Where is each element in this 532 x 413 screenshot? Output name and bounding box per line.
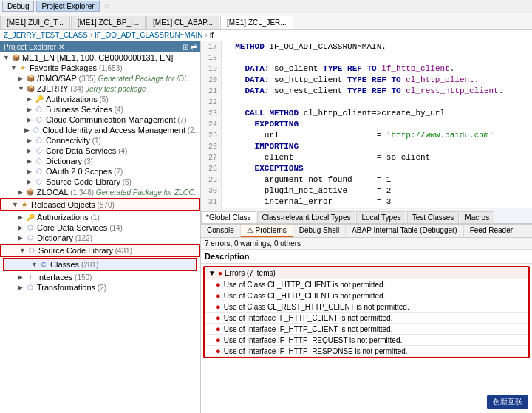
panel-header: Project Explorer ✕ ⊞ ⇄ <box>0 41 200 52</box>
expand-arrow[interactable]: ▶ <box>27 178 34 185</box>
expand-arrow[interactable]: ▶ <box>18 284 25 291</box>
expand-arrow[interactable]: ▶ <box>27 147 34 154</box>
code-line-18: 18 <box>201 52 532 64</box>
tab-cl-abap[interactable]: [ME1] CL_ABAP... <box>146 16 219 29</box>
tab-local-types[interactable]: Class-relevant Local Types <box>257 211 356 223</box>
tab-abap-internal[interactable]: ABAP Internal Table (Debugger) <box>346 225 464 237</box>
code-line-24: 24 EXPORTING <box>201 119 532 130</box>
tree-item-business-services[interactable]: ▶ ⬡ Business Services (4) <box>0 104 200 115</box>
tab-macros[interactable]: Macros <box>460 211 494 223</box>
error-item-3: ● Use of Class CL_REST_HTTP_CLIENT is no… <box>205 301 528 313</box>
tree-item-connectivity[interactable]: ▶ ⬡ Connectivity (1) <box>0 135 200 146</box>
expand-arrow[interactable]: ▶ <box>27 157 34 165</box>
expand-arrow[interactable]: ▶ <box>27 95 34 103</box>
error-text-1: Use of Class CL_HTTP_CLIENT is not permi… <box>224 281 386 289</box>
error-dot-5: ● <box>216 324 221 333</box>
tab-feed-reader[interactable]: Feed Reader <box>464 225 519 237</box>
error-text-7: Use of Interface IF_HTTP_RESPONSE is not… <box>224 347 408 355</box>
breadcrumb-item-2[interactable]: IF_OO_ADT_CLASSRUN~MAIN <box>95 31 202 39</box>
tree-area: ▼ 📦 ME1_EN [ME1, 100, CB0000000131, EN] … <box>0 52 200 413</box>
tree-item-cloud-comm[interactable]: ▶ ⬡ Cloud Communication Management (7) <box>0 115 200 125</box>
error-item-6: ● Use of Interface IF_HTTP_REQUEST is no… <box>205 335 528 346</box>
error-dot-2: ● <box>216 291 221 300</box>
expand-arrow[interactable]: ▼ <box>31 261 38 268</box>
tree-item-dmo[interactable]: ▶ 📦 /DMO/SAP (305) Generated Package for… <box>0 73 200 83</box>
tree-item-classes[interactable]: ▼ C Classes (281) <box>3 258 197 271</box>
tab-local-types-2[interactable]: Local Types <box>356 211 406 223</box>
project-explorer-panel: Project Explorer ✕ ⊞ ⇄ ▼ 📦 ME1_EN [ME1, … <box>0 41 201 413</box>
expand-arrow[interactable]: ▶ <box>18 214 25 221</box>
code-line-27: 27 client = so_client <box>201 152 532 163</box>
code-line-19: 19 DATA: so_client TYPE REF TO if_http_c… <box>201 64 532 75</box>
expand-arrow[interactable]: ▶ <box>27 137 34 144</box>
tree-item-zjerry[interactable]: ▼ 📦 ZJERRY (34) Jerry test package <box>0 83 200 94</box>
expand-arrow[interactable]: ▶ <box>24 126 31 134</box>
explorer-tab[interactable]: Project Explorer <box>36 1 99 12</box>
expand-arrow[interactable]: ▼ <box>19 247 27 254</box>
code-line-30: 30 plugin_not_active = 2 <box>201 185 532 197</box>
tree-item-core-data-1[interactable]: ▶ ⬡ Core Data Services (4) <box>0 146 200 156</box>
expand-arrow[interactable]: ▼ <box>3 54 10 61</box>
breadcrumb-item-1[interactable]: Z_JERRY_TEST_CLASS <box>4 31 88 39</box>
tab-zui[interactable]: [ME1] ZUI_C_T... <box>0 16 70 29</box>
code-lines: 17 METHOD IF_OO_ADT_CLASSRUN~MAIN. 18 19… <box>201 41 532 208</box>
tree-item-source-lib-2[interactable]: ▼ ⬡ Source Code Library (431) <box>0 244 200 257</box>
expand-arrow[interactable]: ▶ <box>18 234 25 242</box>
tree-item-released[interactable]: ▼ ★ Released Objects (570) <box>0 198 200 211</box>
expand-arrow[interactable]: ▼ <box>18 85 25 92</box>
tree-item-transformations[interactable]: ▶ ⬡ Transformations (2) <box>0 282 200 293</box>
tree-item-cloud-identity[interactable]: ▶ ⬡ Cloud Identity and Access Management… <box>0 125 200 135</box>
code-editor: 17 METHOD IF_OO_ADT_CLASSRUN~MAIN. 18 19… <box>201 41 532 208</box>
tree-root[interactable]: ▼ 📦 ME1_EN [ME1, 100, CB0000000131, EN] <box>0 52 200 63</box>
folder-icon: ★ <box>18 64 28 72</box>
cloud-icon: ⬡ <box>34 115 44 124</box>
auth-icon: 🔑 <box>25 213 35 222</box>
tab-debug-shell[interactable]: Debug Shell <box>293 225 346 237</box>
error-dot-4: ● <box>216 313 221 322</box>
data-icon: ⬡ <box>34 146 44 155</box>
tree-item-oauth[interactable]: ▶ ⬡ OAuth 2.0 Scopes (2) <box>0 166 200 177</box>
tab-zcl-bp[interactable]: [ME1] ZCL_BP_I... <box>71 16 146 29</box>
tree-item-core-data-2[interactable]: ▶ ⬡ Core Data Services (14) <box>0 222 200 233</box>
package-icon: 📦 <box>25 188 35 197</box>
tree-item-authorizations-1[interactable]: ▶ 🔑 Authorizations (5) <box>0 94 200 104</box>
collapse-all-btn[interactable]: ⊞ <box>183 43 188 51</box>
tree-item-authorizations-2[interactable]: ▶ 🔑 Authorizations (1) <box>0 212 200 222</box>
tree-item-dictionary-1[interactable]: ▶ ⬡ Dictionary (3) <box>0 156 200 166</box>
error-dot-6: ● <box>216 335 221 344</box>
tree-item-dictionary-2[interactable]: ▶ ⬡ Dictionary (122) <box>0 233 200 243</box>
error-item-7: ● Use of Interface IF_HTTP_RESPONSE is n… <box>205 346 528 357</box>
tree-item-favorites[interactable]: ▼ ★ Favorite Packages (1,653) <box>0 63 200 73</box>
expand-arrow[interactable]: ▶ <box>27 106 34 113</box>
link-editor-btn[interactable]: ⇄ <box>191 43 197 51</box>
expand-arrow[interactable]: ▼ <box>10 64 18 72</box>
expand-arrow[interactable]: ▶ <box>18 188 25 196</box>
tab-global-class[interactable]: *Global Class <box>201 211 256 223</box>
expand-arrow[interactable]: ▶ <box>18 75 25 82</box>
tab-console[interactable]: Console <box>201 225 241 237</box>
breadcrumb: Z_JERRY_TEST_CLASS › IF_OO_ADT_CLASSRUN~… <box>0 30 532 41</box>
error-group-label: Errors (7 items) <box>225 269 276 277</box>
expand-arrow[interactable]: ▶ <box>18 224 25 231</box>
content-area: Project Explorer ✕ ⊞ ⇄ ▼ 📦 ME1_EN [ME1, … <box>0 41 532 413</box>
tab-problems[interactable]: ⚠ Problems <box>241 225 293 237</box>
expand-arrow[interactable]: ▶ <box>27 168 34 175</box>
code-line-22: 22 <box>201 97 532 108</box>
bottom-tab-bar: Console ⚠ Problems Debug Shell ABAP Inte… <box>201 224 532 238</box>
debug-tab[interactable]: Debug <box>2 1 34 12</box>
expand-arrow[interactable]: ▶ <box>27 116 34 123</box>
tree-item-zlocal[interactable]: ▶ 📦 ZLOCAL (1,348) Generated Package for… <box>0 187 200 197</box>
error-group-header[interactable]: ▼ ● Errors (7 items) <box>205 267 528 279</box>
auth-icon: 🔑 <box>34 95 44 103</box>
tree-item-interfaces[interactable]: ▶ I Interfaces (150) <box>0 272 200 282</box>
tab-zcl-jer[interactable]: [ME1] ZCL_JER... <box>220 16 293 29</box>
expand-arrow[interactable]: ▼ <box>12 201 19 208</box>
code-line-26: 26 IMPORTING <box>201 141 532 152</box>
tree-item-source-lib-1[interactable]: ▶ ⬡ Source Code Library (5) <box>0 177 200 187</box>
error-dot-7: ● <box>216 347 221 355</box>
error-icon: ● <box>218 269 222 277</box>
tab-test-classes[interactable]: Test Classes <box>407 211 460 223</box>
expand-arrow[interactable]: ▶ <box>18 273 25 281</box>
lib-icon: ⬡ <box>34 177 44 186</box>
dict-icon: ⬡ <box>34 157 44 165</box>
